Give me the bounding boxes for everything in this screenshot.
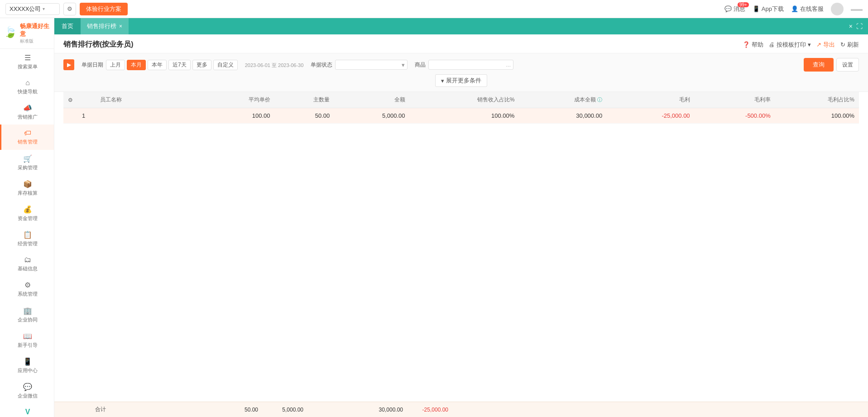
col-settings[interactable]: ⚙ — [63, 92, 77, 108]
sidebar-item-member[interactable]: V 畅会员 — [0, 403, 54, 417]
purchase-icon: 🛒 — [23, 154, 32, 163]
row-settings — [63, 108, 77, 124]
message-icon: 💬 — [724, 5, 732, 12]
row-gross-rate: -500.00% — [695, 108, 775, 124]
system-icon: ⚙ — [24, 281, 31, 289]
service-icon: 👤 — [791, 5, 798, 12]
goods-input-wrapper: … — [428, 60, 513, 70]
logo-text: 畅康通好生意 标准版 — [20, 23, 50, 44]
tab-close-all-button[interactable]: × — [849, 23, 853, 30]
main-layout: 🍃 畅康通好生意 标准版 ☰ 搜索菜单 ⌂ 快捷导航 📣 营销推广 🏷 销售管理… — [0, 18, 868, 417]
online-service-button[interactable]: 👤 在线客服 — [791, 5, 824, 13]
search-icon: ☰ — [24, 53, 31, 62]
header-actions: ❓ 帮助 🖨 按模板打印 ▾ ↗ 导出 ↻ 刷新 — [743, 41, 859, 49]
tab-restore-button[interactable]: ⛶ — [856, 23, 863, 30]
date-btn-this-month[interactable]: 本月 — [127, 60, 146, 70]
home-icon: ⌂ — [25, 79, 30, 87]
date-filter-group: 单据日期 上月 本月 本年 近7天 更多 自定义 — [82, 60, 238, 70]
sidebar: 🍃 畅康通好生意 标准版 ☰ 搜索菜单 ⌂ 快捷导航 📣 营销推广 🏷 销售管理… — [0, 18, 54, 417]
sidebar-item-basic[interactable]: 🗂 基础信息 — [0, 251, 54, 276]
user-name[interactable]: ▬▬ — [851, 5, 863, 12]
date-btn-last-month[interactable]: 上月 — [106, 60, 125, 70]
col-qty: 主数量 — [275, 92, 335, 108]
trial-button[interactable]: 体验行业方案 — [80, 3, 128, 15]
help-icon: ❓ — [743, 41, 750, 48]
date-btn-more[interactable]: 更多 — [192, 60, 211, 70]
sidebar-item-inventory[interactable]: 📦 库存核算 — [0, 175, 54, 201]
app-download-button[interactable]: 📱 App下载 — [753, 5, 784, 13]
tab-sales-rank[interactable]: 销售排行榜 × — [81, 18, 129, 34]
sidebar-item-finance[interactable]: 💰 资金管理 — [0, 201, 54, 226]
goods-input[interactable] — [428, 60, 513, 70]
help-button[interactable]: ❓ 帮助 — [743, 41, 763, 49]
filter-toggle-icon: ▶ — [67, 62, 71, 68]
table-settings-button[interactable]: 设置 — [836, 58, 859, 72]
print-button[interactable]: 🖨 按模板打印 ▾ — [769, 41, 811, 49]
col-sales-ratio: 销售收入占比% — [410, 92, 519, 108]
export-button[interactable]: ↗ 导出 — [816, 41, 835, 49]
expand-icon: ▾ — [441, 77, 444, 84]
table-row[interactable]: 1 100.00 50.00 5,000.00 100.00% 30,000.0… — [63, 108, 859, 124]
col-rank — [77, 92, 96, 108]
col-gross-ratio: 毛利占比% — [775, 92, 859, 108]
print-chevron-icon: ▾ — [808, 41, 811, 48]
table-wrapper: ⚙ 员工名称 平均单价 主数量 全额 销售收入占比% 成本全额 ⓘ 毛利 毛利率… — [54, 92, 868, 402]
sidebar-item-sales[interactable]: 🏷 销售管理 — [0, 125, 54, 149]
footer-cells: 合计 50.00 5,000.00 30,000.00 -25,000.00 — [63, 406, 859, 413]
top-right-actions: 💬 消息 99+ 📱 App下载 👤 在线客服 ▬▬ — [724, 3, 863, 15]
sidebar-item-search[interactable]: ☰ 搜索菜单 — [0, 49, 54, 74]
sidebar-item-system[interactable]: ⚙ 系统管理 — [0, 276, 54, 302]
tab-home[interactable]: 首页 — [54, 18, 81, 34]
tabs-bar: 首页 销售排行榜 × × ⛶ — [54, 18, 868, 34]
row-avg-price: 100.00 — [202, 108, 274, 124]
row-sales-ratio: 100.00% — [410, 108, 519, 124]
message-badge: 99+ — [738, 2, 749, 7]
sidebar-item-purchase[interactable]: 🛒 采购管理 — [0, 150, 54, 175]
col-employee: 员工名称 — [96, 92, 202, 108]
sidebar-item-apps[interactable]: 📱 应用中心 — [0, 353, 54, 378]
sidebar-item-shortcut[interactable]: ⌂ 快捷导航 — [0, 74, 54, 99]
logo-area: 🍃 畅康通好生意 标准版 — [0, 18, 54, 49]
page-content: 销售排行榜(按业务员) ❓ 帮助 🖨 按模板打印 ▾ ↗ 导出 — [54, 34, 868, 417]
date-label: 单据日期 — [82, 61, 103, 69]
tab-close-button[interactable]: × — [119, 23, 122, 29]
sidebar-item-guide[interactable]: 📖 新手引导 — [0, 327, 54, 353]
settings-button[interactable]: ⚙ — [63, 3, 76, 15]
service-label: 在线客服 — [800, 5, 824, 13]
enterprise-icon: 🏢 — [23, 307, 32, 315]
message-button[interactable]: 💬 消息 99+ — [724, 5, 745, 13]
tab-controls: × ⛶ — [849, 23, 868, 30]
goods-label: 商品 — [415, 61, 426, 69]
avatar[interactable] — [831, 3, 844, 15]
refresh-button[interactable]: ↻ 刷新 — [840, 41, 859, 49]
filter-toggle-button[interactable]: ▶ — [63, 59, 74, 70]
status-select[interactable] — [335, 60, 408, 70]
sidebar-item-operation[interactable]: 📋 经营管理 — [0, 226, 54, 251]
export-icon: ↗ — [816, 41, 821, 48]
footer-label: 合计 — [95, 406, 181, 413]
sidebar-item-marketing[interactable]: 📣 营销推广 — [0, 99, 54, 125]
expand-button[interactable]: ▾ 展开更多条件 — [435, 74, 487, 87]
marketing-icon: 📣 — [23, 104, 32, 112]
col-cost: 成本全额 ⓘ — [519, 92, 607, 108]
date-range-display: 2023-06-01 至 2023-06-30 — [245, 61, 304, 69]
row-amount: 5,000.00 — [334, 108, 409, 124]
app-icon: 📱 — [753, 5, 760, 12]
company-selector[interactable]: XXXXX公司 ▾ — [5, 3, 60, 15]
goods-more-icon[interactable]: … — [506, 62, 511, 67]
app-label: App下载 — [762, 5, 784, 13]
date-btn-this-year[interactable]: 本年 — [148, 60, 167, 70]
refresh-icon: ↻ — [840, 41, 845, 48]
date-btn-7days[interactable]: 近7天 — [168, 60, 191, 70]
main-table: ⚙ 员工名称 平均单价 主数量 全额 销售收入占比% 成本全额 ⓘ 毛利 毛利率… — [63, 92, 859, 124]
footer-qty: 50.00 — [222, 407, 258, 413]
date-btn-custom[interactable]: 自定义 — [213, 60, 238, 70]
sidebar-item-enterprise[interactable]: 🏢 企业协同 — [0, 302, 54, 327]
date-options: 上月 本月 本年 近7天 更多 自定义 — [106, 60, 238, 70]
query-button[interactable]: 查询 — [804, 58, 834, 72]
status-label: 单据状态 — [311, 61, 332, 69]
basic-icon: 🗂 — [24, 256, 31, 264]
footer-amount: 5,000.00 — [258, 407, 303, 413]
sidebar-item-wechat[interactable]: 💬 企业微信 — [0, 378, 54, 403]
print-icon: 🖨 — [769, 41, 775, 48]
